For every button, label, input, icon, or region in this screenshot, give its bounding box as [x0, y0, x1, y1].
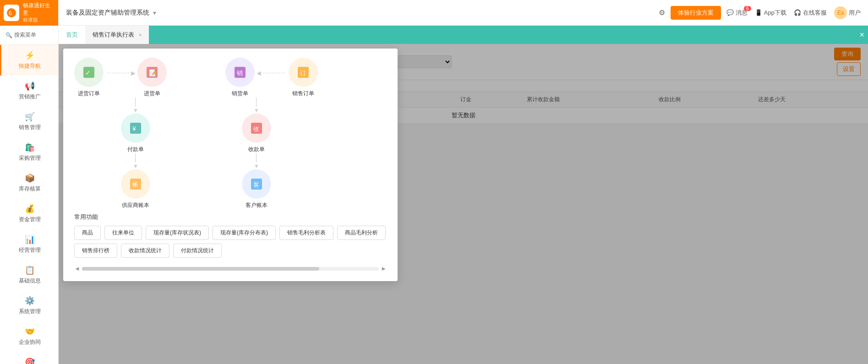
btn-receipt-stats[interactable]: 收款情况统计 — [121, 244, 169, 258]
svg-text:📝: 📝 — [149, 69, 157, 77]
service-icon: 🎧 — [794, 9, 801, 16]
scroll-right-icon[interactable]: ► — [381, 265, 387, 272]
app-icon: 📱 — [755, 9, 762, 16]
sidebar-logo: 6 畅康通好生意 标准版 — [0, 0, 58, 26]
overlay[interactable]: ✓ 进货订单 ▶ — [59, 44, 868, 364]
purchase-order-circle: ✓ — [74, 58, 104, 87]
btn-sales-rank[interactable]: 销售排行榜 — [74, 244, 117, 258]
svg-text:6: 6 — [9, 10, 12, 16]
receipt-bill-node[interactable]: 收 收款单 — [242, 114, 271, 153]
tab-bar: 首页 销售订单执行表 × × — [59, 26, 868, 44]
purchase-flow-group: ✓ 进货订单 ▶ — [74, 58, 167, 209]
btn-counterparty[interactable]: 往来单位 — [104, 226, 142, 240]
common-buttons-row1: 商品 往来单位 现存量(库存状况表) 现存量(库存分布表) 销售毛利分析表 商品… — [74, 226, 387, 240]
customer-node-row: 客 客户账本 — [242, 169, 271, 209]
btn-product-margin[interactable]: 商品毛利分析 — [337, 226, 386, 240]
btn-payment-stats[interactable]: 付款情况统计 — [173, 244, 222, 258]
sidebar-item-finance[interactable]: 💰 资金管理 — [0, 198, 58, 229]
sidebar-item-sales[interactable]: 🛒 销售管理 — [0, 106, 58, 137]
tab-sales-order[interactable]: 销售订单执行表 × — [85, 26, 149, 44]
svg-text:收: 收 — [253, 125, 259, 132]
sales-bill-circle: 销 — [225, 58, 255, 87]
tab-close-icon[interactable]: × — [139, 32, 142, 38]
supplier-account-circle: 帐 — [121, 169, 150, 199]
sidebar-item-system[interactable]: ⚙️ 系统管理 — [0, 290, 58, 321]
btn-sales-margin[interactable]: 销售毛利分析表 — [279, 226, 333, 240]
arrow-down-customer: ▼ — [254, 153, 259, 169]
logo-text: 畅康通好生意 标准版 — [23, 2, 55, 23]
purchase-bill-label: 进货单 — [144, 90, 160, 98]
arrow-down-receipt: ▼ — [254, 98, 259, 114]
customer-account-node[interactable]: 客 客户账本 — [242, 169, 271, 209]
newbie-icon: 🎯 — [25, 357, 35, 364]
purchase-bill-circle: 📝 — [137, 58, 167, 87]
payment-bill-label: 付款单 — [127, 146, 144, 153]
quick-guide-icon: ⚡ — [25, 50, 35, 60]
sidebar-item-base-info[interactable]: 📋 基础信息 — [0, 260, 58, 290]
main-area: 装备及固定资产辅助管理系统 ▾ ⚙ 体验行业方案 💬 消息 6 📱 App下载 … — [59, 0, 868, 364]
purchase-bill-node[interactable]: 📝 进货单 — [137, 58, 167, 98]
sidebar-item-newbie[interactable]: 🎯 新手引导 — [0, 352, 58, 364]
modal-scrollbar[interactable]: ◄ ► — [74, 265, 387, 272]
app-download-button[interactable]: 📱 App下载 — [755, 9, 786, 17]
user-menu[interactable]: Ea 用户 — [834, 6, 861, 19]
sales-bill-node[interactable]: 销 销货单 — [225, 58, 255, 98]
payment-node-row: ¥ 付款单 — [121, 114, 150, 153]
common-functions-section: 常用功能 商品 往来单位 现存量(库存状况表) 现存量(库存分布表) 销售毛利分… — [74, 213, 387, 258]
system-name: 装备及固定资产辅助管理系统 — [66, 9, 149, 17]
message-icon: 💬 — [726, 9, 734, 16]
avatar: Ea — [834, 6, 847, 19]
receipt-bill-circle: 收 — [242, 114, 271, 143]
sidebar-search-section: 🔍 搜索菜单 — [0, 26, 58, 45]
collab-icon: 🤝 — [25, 326, 35, 337]
modal-scroll-area: ✓ 进货订单 ▶ — [74, 58, 387, 272]
sidebar-item-collab[interactable]: 🤝 企业协同 — [0, 321, 58, 352]
tab-home[interactable]: 首页 — [59, 26, 85, 44]
svg-text:订: 订 — [300, 70, 306, 76]
sidebar-item-inventory[interactable]: 📦 库存核算 — [0, 168, 58, 198]
sidebar-item-marketing[interactable]: 📢 营销推广 — [0, 76, 58, 106]
payment-bill-node[interactable]: ¥ 付款单 — [121, 114, 150, 153]
chevron-down-icon: ▾ — [153, 9, 156, 16]
payment-bill-circle: ¥ — [121, 114, 150, 143]
quick-guide-modal: ✓ 进货订单 ▶ — [63, 49, 398, 281]
gear-icon[interactable]: ⚙ — [659, 8, 665, 17]
svg-text:✓: ✓ — [85, 69, 91, 76]
scroll-left-icon[interactable]: ◄ — [74, 265, 80, 272]
scrollbar-track[interactable] — [82, 267, 379, 271]
common-functions-title: 常用功能 — [74, 213, 387, 221]
sales-order-circle: 订 — [289, 58, 318, 87]
arrow-purchase-to-bill: ▶ — [105, 70, 136, 86]
btn-stock-status[interactable]: 现存量(库存状况表) — [146, 226, 209, 240]
sidebar-item-purchase[interactable]: 🛍️ 采购管理 — [0, 137, 58, 168]
sales-flow-group: 销 销货单 ◀ — [225, 58, 318, 209]
search-menu-button[interactable]: 🔍 搜索菜单 — [4, 29, 55, 41]
sales-icon: 🛒 — [25, 112, 35, 122]
purchase-order-label: 进货订单 — [78, 90, 100, 98]
trial-button[interactable]: 体验行业方案 — [671, 6, 721, 20]
purchase-icon: 🛍️ — [25, 142, 35, 152]
topbar-title: 装备及固定资产辅助管理系统 ▾ — [66, 9, 653, 17]
tab-bar-close-icon[interactable]: × — [859, 30, 864, 40]
customer-account-label: 客户账本 — [246, 201, 267, 209]
message-badge: 6 — [744, 6, 751, 11]
svg-text:客: 客 — [253, 181, 259, 188]
sales-order-label: 销售订单 — [292, 90, 314, 98]
sales-order-node[interactable]: 订 销售订单 — [289, 58, 318, 98]
message-button[interactable]: 💬 消息 6 — [726, 9, 748, 17]
svg-text:销: 销 — [236, 70, 243, 76]
sidebar-item-operation[interactable]: 📊 经营管理 — [0, 229, 58, 260]
receipt-bill-label: 收款单 — [248, 146, 265, 153]
marketing-icon: 📢 — [25, 81, 35, 91]
purchase-order-node[interactable]: ✓ 进货订单 — [74, 58, 104, 98]
btn-product[interactable]: 商品 — [74, 226, 101, 240]
sales-bill-label: 销货单 — [232, 90, 248, 98]
topbar-right: 💬 消息 6 📱 App下载 🎧 在线客服 Ea 用户 — [726, 6, 861, 19]
arrow-down-supplier: ▼ — [133, 153, 138, 169]
online-service-button[interactable]: 🎧 在线客服 — [794, 9, 827, 17]
supplier-account-node[interactable]: 帐 供应商账本 — [121, 169, 150, 209]
sidebar-item-quick-guide[interactable]: ⚡ 快捷导航 — [0, 45, 58, 76]
content-area: ❓ 帮助 🖨 按模板打印 ▾ ⬆ 导出 🔄 刷新 — [59, 44, 868, 364]
btn-stock-dist[interactable]: 现存量(库存分布表) — [213, 226, 276, 240]
search-icon: 🔍 — [5, 32, 12, 38]
